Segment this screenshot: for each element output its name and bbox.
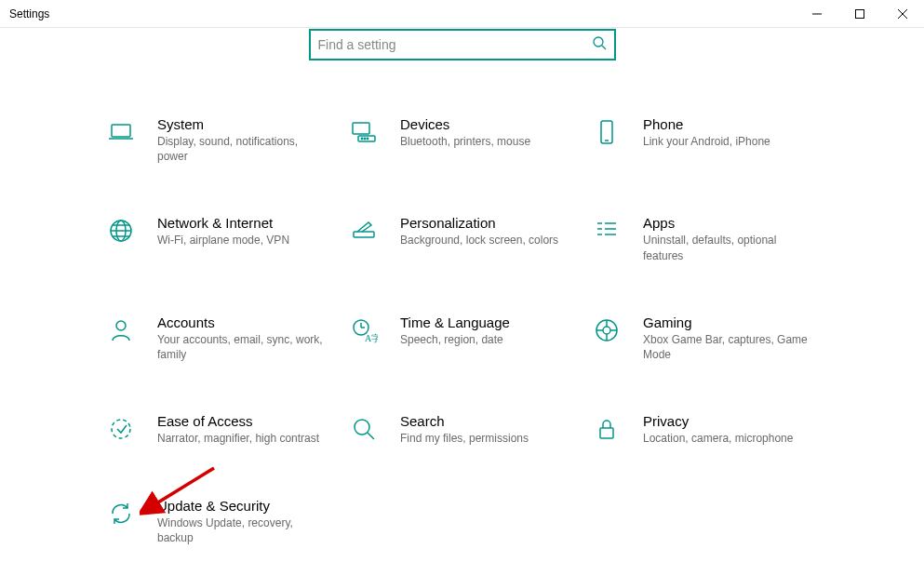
category-description: Your accounts, email, sync, work, family (157, 332, 330, 362)
category-description: Uninstall, defaults, optional features (643, 233, 816, 262)
category-description: Bluetooth, printers, mouse (400, 134, 573, 149)
category-label: Phone (643, 116, 816, 132)
category-search[interactable]: SearchFind my files, permissions (350, 413, 573, 447)
phone-icon (593, 118, 626, 150)
category-time-language[interactable]: Time & LanguageSpeech, region, date (350, 314, 573, 362)
search-box[interactable] (309, 29, 616, 60)
category-description: Link your Android, iPhone (643, 134, 816, 149)
category-description: Background, lock screen, colors (400, 233, 573, 248)
ease-of-access-icon (107, 415, 141, 447)
search-input[interactable] (318, 37, 592, 52)
category-label: Search (400, 413, 573, 429)
category-label: Network & Internet (157, 215, 330, 231)
category-label: System (157, 116, 330, 132)
category-label: Privacy (643, 413, 816, 429)
category-system[interactable]: SystemDisplay, sound, notifications, pow… (107, 116, 330, 164)
category-label: Devices (400, 116, 573, 132)
category-description: Speech, region, date (400, 332, 573, 347)
lock-icon (593, 415, 626, 447)
category-label: Accounts (157, 314, 330, 330)
category-description: Display, sound, notifications, power (157, 134, 330, 164)
minimize-button[interactable] (796, 0, 838, 28)
category-description: Windows Update, recovery, backup (157, 515, 330, 545)
laptop-icon (107, 118, 141, 150)
globe-icon (107, 217, 141, 248)
category-accounts[interactable]: AccountsYour accounts, email, sync, work… (107, 314, 330, 362)
category-description: Wi-Fi, airplane mode, VPN (157, 233, 330, 248)
window-controls (796, 0, 924, 28)
window-title: Settings (9, 7, 49, 20)
category-apps[interactable]: AppsUninstall, defaults, optional featur… (593, 215, 816, 262)
svg-rect-1 (856, 9, 864, 18)
settings-grid: SystemDisplay, sound, notifications, pow… (107, 116, 817, 546)
category-network-internet[interactable]: Network & InternetWi-Fi, airplane mode, … (107, 215, 330, 262)
maximize-button[interactable] (838, 0, 881, 28)
close-button[interactable] (881, 0, 924, 28)
category-label: Time & Language (400, 314, 573, 330)
category-label: Ease of Access (157, 413, 330, 429)
category-label: Update & Security (157, 498, 330, 514)
window-titlebar: Settings (0, 0, 924, 28)
apps-icon (593, 217, 626, 248)
devices-icon (350, 118, 383, 150)
category-description: Narrator, magnifier, high contrast (157, 431, 330, 446)
category-privacy[interactable]: PrivacyLocation, camera, microphone (593, 413, 816, 447)
category-label: Personalization (400, 215, 573, 231)
category-description: Find my files, permissions (400, 431, 573, 446)
paintbrush-icon (350, 217, 383, 248)
category-description: Xbox Game Bar, captures, Game Mode (643, 332, 816, 362)
category-label: Gaming (643, 314, 816, 330)
person-icon (107, 316, 141, 348)
category-personalization[interactable]: PersonalizationBackground, lock screen, … (350, 215, 573, 262)
category-ease-of-access[interactable]: Ease of AccessNarrator, magnifier, high … (107, 413, 330, 447)
category-devices[interactable]: DevicesBluetooth, printers, mouse (350, 116, 573, 164)
category-phone[interactable]: PhoneLink your Android, iPhone (593, 116, 816, 164)
svg-line-5 (602, 46, 606, 49)
svg-point-4 (594, 37, 603, 47)
category-label: Apps (643, 215, 816, 231)
update-icon (107, 500, 141, 531)
time-language-icon (350, 316, 383, 348)
search-icon (592, 35, 607, 54)
category-update-security[interactable]: Update & SecurityWindows Update, recover… (107, 498, 330, 545)
search-icon (350, 415, 383, 447)
category-gaming[interactable]: GamingXbox Game Bar, captures, Game Mode (593, 314, 816, 362)
gaming-icon (593, 316, 626, 348)
search-container (0, 29, 924, 60)
category-description: Location, camera, microphone (643, 431, 816, 446)
